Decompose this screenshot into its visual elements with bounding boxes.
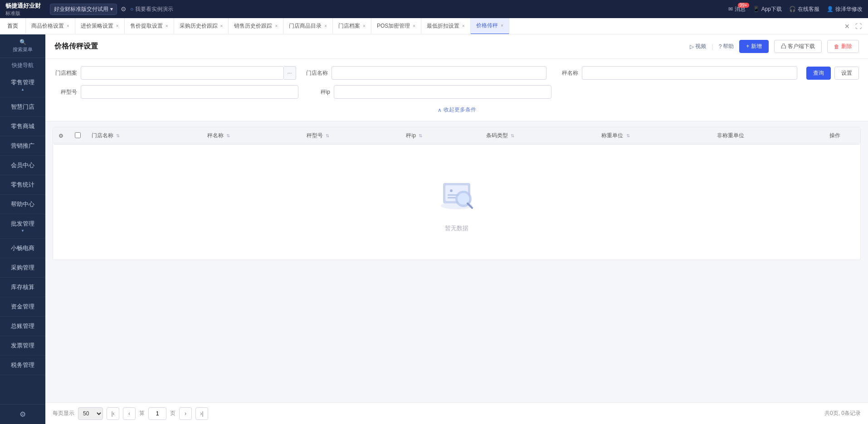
- video-icon: ▷: [690, 43, 694, 50]
- sidebar-item-smart-store[interactable]: 智慧门店: [0, 97, 45, 117]
- settings-icon[interactable]: ⚙: [121, 5, 127, 13]
- sidebar-item-retail-stats[interactable]: 零售统计: [0, 175, 45, 195]
- tab-product-price[interactable]: 商品价格设置 ×: [26, 18, 75, 34]
- filter-store-file-input[interactable]: [81, 66, 284, 80]
- filter-store-file-btn[interactable]: ···: [284, 66, 296, 80]
- sidebar-settings-btn[interactable]: ⚙: [0, 404, 45, 424]
- collapse-button[interactable]: ∧ 收起更多条件: [438, 106, 476, 114]
- tab-expand-icon[interactable]: ⛶: [853, 23, 864, 30]
- set-button[interactable]: 设置: [834, 67, 859, 80]
- page-word: 算: [139, 410, 145, 417]
- user-menu[interactable]: 👤 徐泽华修改: [827, 5, 863, 13]
- message-btn[interactable]: ✉ 消息 99+: [728, 5, 746, 13]
- table-area: ⚙ 门店名称 ⇅ 秤名称 ⇅: [45, 121, 868, 402]
- tab-store-file[interactable]: 门店档案 ×: [333, 18, 371, 34]
- tab-close-sale-history[interactable]: ×: [275, 24, 278, 29]
- sidebar-item-fund-manage[interactable]: 资金管理: [0, 297, 45, 317]
- tab-home[interactable]: 首页: [0, 18, 26, 34]
- empty-icon: [434, 172, 479, 217]
- th-operation: 操作: [824, 127, 860, 145]
- sidebar-item-general-ledger[interactable]: 总账管理: [0, 317, 45, 336]
- filter-scale-name: 秤名称: [556, 66, 797, 80]
- tab-sale-history[interactable]: 销售历史价跟踪 ×: [229, 18, 283, 34]
- content-area: 价格传秤设置 ▷ 视频 | ? 帮助 + 新增 凸 客户端下载 🗑 删除: [45, 34, 868, 424]
- delete-button[interactable]: 🗑 删除: [827, 40, 859, 53]
- sidebar-item-purchase-manage[interactable]: 采购管理: [0, 258, 45, 278]
- sidebar-item-retail-manage[interactable]: 零售管理: [0, 73, 45, 97]
- sidebar-quick-nav[interactable]: 快捷导航: [0, 58, 45, 73]
- help-icon: ?: [719, 43, 722, 50]
- first-page-btn[interactable]: |‹: [107, 407, 119, 420]
- query-button[interactable]: 查询: [806, 67, 831, 80]
- filter-scale-name-input[interactable]: [582, 66, 797, 80]
- tab-close-product-price[interactable]: ×: [67, 24, 69, 29]
- tab-sale-price[interactable]: 售价提取设置 ×: [125, 18, 174, 34]
- sort-barcode-type-icon[interactable]: ⇅: [511, 133, 514, 138]
- collapse-icon: ∧: [438, 107, 442, 113]
- tab-close-store-catalog[interactable]: ×: [324, 24, 327, 29]
- app-download-btn[interactable]: 📱 App下载: [753, 5, 782, 13]
- filter-scale-model-label: 秤型号: [54, 88, 77, 96]
- tab-min-discount[interactable]: 最低折扣设置 ×: [421, 18, 471, 34]
- sidebar: 🔍 搜索菜单 快捷导航 零售管理 智慧门店 零售商城 营销推广 会员中心 零售统…: [0, 34, 45, 424]
- sort-scale-name-icon[interactable]: ⇅: [226, 133, 230, 138]
- version-selector[interactable]: 好业财标准版交付试用 ▾: [50, 4, 117, 15]
- tab-close-purchase-history[interactable]: ×: [220, 24, 223, 29]
- empty-text: 暂无数据: [445, 224, 468, 232]
- tab-purchase-history[interactable]: 采购历史价跟踪 ×: [174, 18, 229, 34]
- last-page-btn[interactable]: ›|: [195, 407, 208, 420]
- select-all-checkbox[interactable]: [75, 132, 81, 138]
- filter-row-2: 秤型号 秤ip: [54, 85, 859, 99]
- sort-scale-model-icon[interactable]: ⇅: [326, 133, 329, 138]
- tab-close-min-discount[interactable]: ×: [462, 24, 465, 29]
- sidebar-item-invoice-manage[interactable]: 发票管理: [0, 336, 45, 356]
- filter-store-name-input[interactable]: [332, 66, 547, 80]
- export-button[interactable]: 凸 客户端下载: [774, 40, 822, 53]
- th-settings[interactable]: ⚙: [53, 127, 69, 145]
- tab-close-all-icon[interactable]: ✕: [842, 23, 853, 30]
- sidebar-item-tax-manage[interactable]: 税务管理: [0, 356, 45, 375]
- filter-row-1: 门店档案 ··· 门店名称 秤名称 查询 设置: [54, 66, 859, 80]
- sort-store-name-icon[interactable]: ⇅: [116, 133, 120, 138]
- page-input[interactable]: [148, 407, 166, 420]
- sidebar-item-retail-mall[interactable]: 零售商城: [0, 117, 45, 136]
- filter-scale-ip: 秤ip: [307, 85, 551, 99]
- filter-store-name: 门店名称: [305, 66, 547, 80]
- tab-store-catalog[interactable]: 门店商品目录 ×: [283, 18, 333, 34]
- sidebar-item-inventory[interactable]: 库存核算: [0, 278, 45, 297]
- sidebar-search[interactable]: 🔍 搜索菜单: [0, 34, 45, 58]
- help-link[interactable]: ? 帮助: [719, 43, 734, 50]
- add-button[interactable]: + 新增: [739, 40, 768, 53]
- main-layout: 🔍 搜索菜单 快捷导航 零售管理 智慧门店 零售商城 营销推广 会员中心 零售统…: [0, 34, 868, 424]
- total-info: 共0页, 0条记录: [824, 410, 861, 417]
- tab-purchase-strategy[interactable]: 进价策略设置 ×: [75, 18, 125, 34]
- demo-link[interactable]: 我要看实例演示: [130, 5, 173, 13]
- th-checkbox[interactable]: [69, 127, 86, 145]
- per-page-select[interactable]: 50 10 20 100: [78, 407, 103, 420]
- pagination: 每页显示 50 10 20 100 |‹ ‹ 算 页 › ›| 共0页, 0条记…: [45, 402, 868, 424]
- tab-close-store-file[interactable]: ×: [363, 24, 366, 29]
- tab-close-price-scale[interactable]: ×: [501, 23, 503, 28]
- sidebar-item-marketing[interactable]: 营销推广: [0, 136, 45, 156]
- prev-page-btn[interactable]: ‹: [123, 407, 136, 420]
- tab-pos-manage[interactable]: POS加密管理 ×: [371, 18, 421, 34]
- sidebar-item-member-center[interactable]: 会员中心: [0, 156, 45, 175]
- filter-area: 门店档案 ··· 门店名称 秤名称 查询 设置: [45, 59, 868, 121]
- tab-close-pos-manage[interactable]: ×: [413, 24, 415, 29]
- sort-weight-unit-icon[interactable]: ⇅: [626, 133, 630, 138]
- filter-scale-model-input[interactable]: [81, 85, 298, 99]
- sort-scale-ip-icon[interactable]: ⇅: [419, 133, 422, 138]
- filter-scale-ip-input[interactable]: [334, 85, 551, 99]
- sidebar-item-help-center[interactable]: 帮助中心: [0, 195, 45, 214]
- online-service-btn[interactable]: 🎧 在线客服: [789, 5, 819, 13]
- video-link[interactable]: ▷ 视频: [690, 43, 706, 50]
- tab-close-sale-price[interactable]: ×: [166, 24, 168, 29]
- svg-rect-8: [448, 197, 456, 198]
- next-page-btn[interactable]: ›: [179, 407, 192, 420]
- tab-close-purchase-strategy[interactable]: ×: [116, 24, 119, 29]
- tab-price-scale[interactable]: 价格传秤 ×: [471, 18, 509, 34]
- sidebar-item-xiaochang-ecom[interactable]: 小畅电商: [0, 239, 45, 258]
- sidebar-item-wholesale-manage[interactable]: 批发管理: [0, 214, 45, 239]
- headset-icon: 🎧: [789, 6, 796, 12]
- top-bar: 畅捷通好业财 标准版 好业财标准版交付试用 ▾ ⚙ 我要看实例演示 ✉ 消息 9…: [0, 0, 868, 18]
